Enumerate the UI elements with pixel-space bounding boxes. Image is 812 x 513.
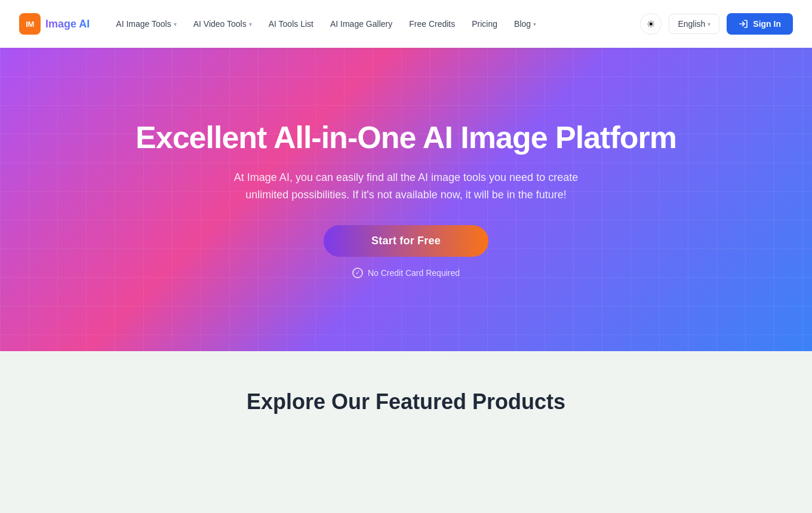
navbar: IM Image AI AI Image Tools ▾ AI Video To… <box>0 0 812 48</box>
sign-in-button[interactable]: Sign In <box>727 13 793 35</box>
logo-link[interactable]: IM Image AI <box>19 13 90 35</box>
products-section: Explore Our Featured Products <box>0 351 812 513</box>
hero-content: Excellent All-in-One AI Image Platform A… <box>112 121 700 278</box>
logo-badge: IM <box>19 13 41 35</box>
nav-ai-image-gallery[interactable]: AI Image Gallery <box>323 14 399 33</box>
nav-free-credits[interactable]: Free Credits <box>402 14 462 33</box>
products-title: Explore Our Featured Products <box>247 389 565 414</box>
hero-section: Excellent All-in-One AI Image Platform A… <box>0 48 812 351</box>
no-credit-card-note: ✓ No Credit Card Required <box>136 268 676 278</box>
nav-right: ☀ English ▾ Sign In <box>640 13 793 35</box>
language-selector[interactable]: English ▾ <box>669 14 719 34</box>
nav-pricing[interactable]: Pricing <box>465 14 505 33</box>
chevron-down-icon: ▾ <box>174 21 177 27</box>
theme-toggle-button[interactable]: ☀ <box>640 13 662 35</box>
nav-ai-video-tools[interactable]: AI Video Tools ▾ <box>186 14 259 33</box>
nav-blog[interactable]: Blog ▾ <box>507 14 543 33</box>
start-for-free-button[interactable]: Start for Free <box>324 225 488 257</box>
logo-text: Image AI <box>45 18 90 30</box>
nav-links: AI Image Tools ▾ AI Video Tools ▾ AI Too… <box>109 14 640 33</box>
sign-in-label: Sign In <box>753 19 781 29</box>
hero-title: Excellent All-in-One AI Image Platform <box>136 121 676 155</box>
chevron-down-icon: ▾ <box>708 21 710 27</box>
nav-ai-image-tools[interactable]: AI Image Tools ▾ <box>109 14 183 33</box>
language-label: English <box>678 19 705 29</box>
nav-ai-tools-list[interactable]: AI Tools List <box>262 14 321 33</box>
no-card-label: No Credit Card Required <box>368 268 460 278</box>
check-circle-icon: ✓ <box>352 268 363 278</box>
sign-in-icon <box>739 19 748 29</box>
chevron-down-icon: ▾ <box>249 21 252 27</box>
hero-subtitle: At Image AI, you can easily find all the… <box>221 169 591 204</box>
chevron-down-icon: ▾ <box>533 21 536 27</box>
